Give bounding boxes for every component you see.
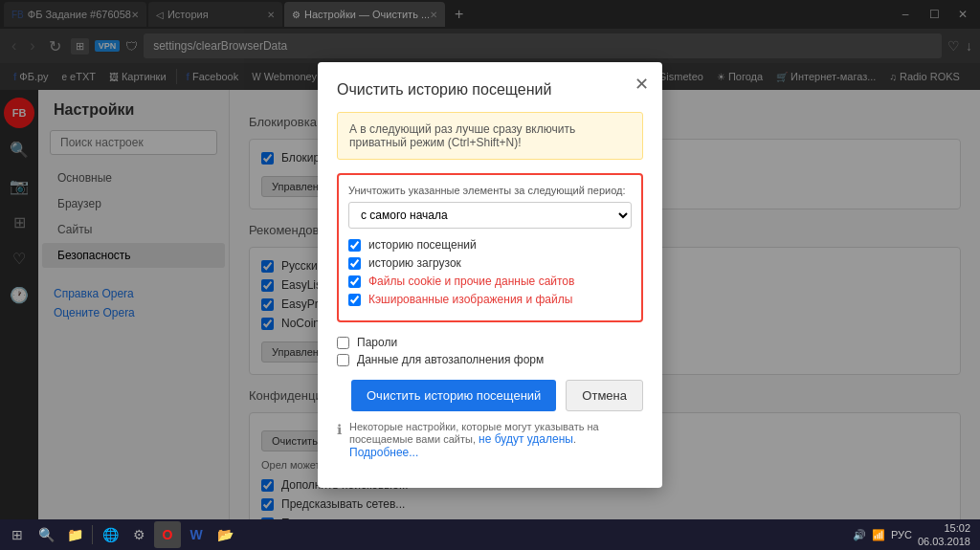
dialog-checkbox-1[interactable] [348, 257, 361, 270]
taskbar-time-area: 15:02 06.03.2018 [918, 521, 970, 549]
taskbar-search-button[interactable]: 🔍 [33, 521, 59, 548]
dialog-checkbox-3[interactable] [348, 294, 361, 306]
dialog-buttons: Очистить историю посещений Отмена [337, 380, 643, 411]
not-removed-link[interactable]: не будут удалены [479, 432, 573, 446]
dialog-check-label-1: историю загрузок [368, 256, 461, 270]
dialog-check-label-3: Кэшированные изображения и файлы [368, 293, 572, 306]
dialog-check-label-5: Данные для автозаполнения форм [357, 353, 544, 366]
taskbar-time: 15:02 [918, 521, 970, 535]
dialog-check-3: Кэшированные изображения и файлы [348, 293, 632, 306]
taskbar-separator [92, 525, 93, 544]
dialog-check-label-4: Пароли [357, 336, 397, 349]
dialog-checkbox-4[interactable] [337, 337, 349, 349]
dialog-check-0: историю посещений [348, 238, 632, 252]
dialog-info-text: А в следующий раз лучше сразу включить п… [349, 122, 575, 149]
taskbar-start-button[interactable]: ⊞ [4, 521, 31, 548]
dialog-check-4: Пароли [337, 336, 643, 349]
info-icon: ℹ [337, 422, 342, 437]
taskbar-date: 06.03.2018 [918, 535, 970, 548]
taskbar-explorer-button[interactable]: 📂 [212, 521, 238, 548]
taskbar-network-icon[interactable]: 📶 [872, 529, 885, 541]
dialog-overlay: ✕ Очистить историю посещений А в следующ… [0, 0, 980, 550]
cancel-button[interactable]: Отмена [566, 380, 643, 411]
dialog-note-section: ℹ Некоторые настройки, которые могут ука… [337, 411, 643, 469]
dialog-title: Очистить историю посещений [337, 81, 643, 99]
dialog-check-2: Файлы cookie и прочие данные сайтов [348, 275, 632, 288]
taskbar-files-button[interactable]: 📁 [61, 521, 88, 548]
taskbar-browser-button[interactable]: 🌐 [97, 521, 123, 548]
dialog-note-text: Некоторые настройки, которые могут указы… [349, 421, 643, 459]
dialog-period-label: Уничтожить указанные элементы за следующ… [348, 185, 632, 196]
opera-logo: O [163, 527, 173, 542]
taskbar-settings-icon[interactable]: ⚙ [125, 521, 152, 548]
dialog-check-label-0: историю посещений [368, 238, 477, 252]
dialog-checkbox-2[interactable] [348, 275, 361, 288]
dialog-info-box: А в следующий раз лучше сразу включить п… [337, 112, 643, 160]
dialog-period-section: Уничтожить указанные элементы за следующ… [337, 173, 643, 322]
dialog-close-button[interactable]: ✕ [635, 74, 649, 95]
dialog-check-1: историю загрузок [348, 256, 632, 270]
taskbar: ⊞ 🔍 📁 🌐 ⚙ O W 📂 🔊 📶 РУС 15:02 06.03.2018 [0, 519, 980, 550]
taskbar-language[interactable]: РУС [891, 529, 912, 540]
dialog-period-select[interactable]: за последний час за последний день за по… [348, 202, 632, 229]
taskbar-word-button[interactable]: W [183, 521, 210, 548]
clear-history-dialog: ✕ Очистить историю посещений А в следующ… [318, 62, 662, 488]
taskbar-opera-button[interactable]: O [154, 521, 181, 548]
dialog-check-label-2: Файлы cookie и прочие данные сайтов [368, 275, 574, 288]
more-details-link[interactable]: Подробнее... [349, 446, 418, 459]
taskbar-volume-icon[interactable]: 🔊 [853, 529, 866, 541]
dialog-check-5: Данные для автозаполнения форм [337, 353, 643, 366]
taskbar-right-area: 🔊 📶 РУС 15:02 06.03.2018 [853, 521, 976, 549]
clear-history-confirm-button[interactable]: Очистить историю посещений [351, 380, 556, 411]
dialog-checkbox-5[interactable] [337, 354, 349, 366]
dialog-checkbox-0[interactable] [348, 239, 361, 252]
